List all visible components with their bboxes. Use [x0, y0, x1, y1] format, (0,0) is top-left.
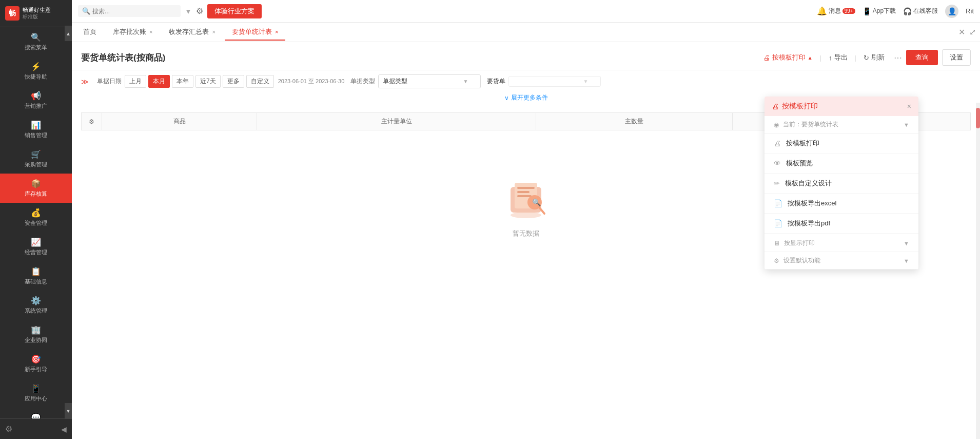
- dropdown-item-excel-icon: 📄: [774, 199, 782, 207]
- expand-more-btn[interactable]: ∨ 展开更多条件: [504, 93, 548, 102]
- refresh-btn[interactable]: ↻ 刷新: [859, 51, 889, 64]
- tab-inventory-batch[interactable]: 库存批次账 ×: [106, 24, 160, 41]
- tab-inventory-batch-label: 库存批次账: [113, 27, 146, 36]
- right-scrollbar[interactable]: [976, 103, 980, 439]
- tab-home[interactable]: 首页: [76, 24, 104, 41]
- tab-receivable-summary[interactable]: 收发存汇总表 ×: [162, 24, 222, 41]
- app-name: 畅通好生意: [23, 6, 51, 13]
- empty-illustration: 🔍: [500, 171, 552, 223]
- date-btn-this-month[interactable]: 本月: [148, 75, 170, 88]
- sidebar-item-wechat[interactable]: 💬 企业微信: [0, 408, 72, 418]
- dropdown-item-template-custom-label: 模板自定义设计: [785, 179, 832, 188]
- sidebar-item-operation[interactable]: 📈 经营管理: [0, 232, 72, 261]
- sidebar-item-quick-nav[interactable]: ⚡ 快捷导航: [0, 56, 72, 86]
- type-select[interactable]: 单据类型 ▼: [378, 74, 481, 88]
- more-actions-icon[interactable]: ⋯: [894, 53, 902, 63]
- dropdown-title-text: 按模板打印: [782, 102, 818, 111]
- dropdown-header: 🖨 按模板打印 ×: [765, 97, 918, 116]
- trial-btn[interactable]: 体验行业方案: [207, 4, 262, 18]
- topbar-dropdown-icon[interactable]: ▼: [185, 7, 192, 15]
- dropdown-default-func-arrow: ▼: [904, 258, 909, 264]
- user-avatar[interactable]: 👤: [945, 5, 958, 18]
- dropdown-current-arrow: ▼: [904, 122, 909, 128]
- topbar-search-box[interactable]: 🔍: [78, 5, 181, 17]
- newbie-icon: 🎯: [31, 354, 41, 364]
- table-th-product: 商品: [102, 113, 257, 130]
- table-th-settings[interactable]: ⚙: [82, 113, 102, 130]
- date-btn-prev-month[interactable]: 上月: [125, 75, 146, 88]
- status-filter-label: 要货单: [487, 77, 505, 86]
- query-btn[interactable]: 查询: [906, 50, 938, 65]
- notification-item[interactable]: 🔔 消息 99+: [817, 6, 855, 16]
- scrollbar-thumb[interactable]: [976, 108, 980, 128]
- sidebar-label-inventory: 库存核算: [25, 190, 47, 198]
- sidebar-label-system: 系统管理: [25, 307, 47, 315]
- sidebar: 畅 畅通好生意 标准版 ▲ 🔍 搜索菜单 ⚡ 快捷导航 📢 营销推广 📊 销售管…: [0, 0, 72, 439]
- online-service-item[interactable]: 🎧 在线客服: [903, 7, 938, 15]
- filter-expand-btn[interactable]: ≫: [81, 78, 89, 86]
- date-range-display: 2023-06-01 至 2023-06-30: [278, 78, 345, 85]
- tab-order-summary[interactable]: 要货单统计表 ×: [225, 24, 285, 41]
- tab-order-summary-close[interactable]: ×: [275, 29, 278, 35]
- sidebar-item-basic[interactable]: 📋 基础信息: [0, 261, 72, 291]
- dropdown-item-template-print-label: 按模板打印: [786, 139, 819, 148]
- dropdown-item-template-custom[interactable]: ✏ 模板自定义设计: [765, 174, 918, 194]
- sidebar-item-search[interactable]: 🔍 搜索菜单: [0, 27, 72, 56]
- settings-gear-icon[interactable]: ⚙: [5, 424, 12, 434]
- dropdown-display-icon: 🖥: [774, 240, 780, 247]
- notification-badge: 99+: [842, 8, 855, 14]
- sidebar-label-quick-nav: 快捷导航: [25, 73, 47, 81]
- dropdown-close-btn[interactable]: ×: [907, 102, 911, 110]
- dropdown-item-export-excel[interactable]: 📄 按模板导出excel: [765, 194, 918, 214]
- topbar-settings-icon[interactable]: ⚙: [196, 6, 203, 16]
- search-menu-icon: 🔍: [31, 32, 41, 42]
- dropdown-item-export-pdf[interactable]: 📄 按模板导出pdf: [765, 214, 918, 234]
- sidebar-label-basic: 基础信息: [25, 278, 47, 285]
- tab-expand-icon[interactable]: ⤢: [969, 27, 976, 37]
- dropdown-item-template-print[interactable]: 🖨 按模板打印: [765, 133, 918, 154]
- topbar-search-input[interactable]: [92, 8, 154, 15]
- dropdown-item-template-preview[interactable]: 👁 模板预览: [765, 154, 918, 174]
- notification-bell-icon: 🔔: [817, 6, 827, 16]
- status-select[interactable]: ▼: [508, 76, 601, 87]
- table-settings-icon[interactable]: ⚙: [89, 118, 94, 125]
- sidebar-collapse-icon[interactable]: ◀: [61, 425, 67, 433]
- system-icon: ⚙️: [31, 296, 41, 306]
- dropdown-current-icon: ◉: [774, 121, 779, 128]
- refresh-icon: ↻: [864, 54, 869, 62]
- date-btn-custom[interactable]: 自定义: [246, 75, 274, 88]
- date-btn-this-year[interactable]: 本年: [172, 75, 193, 88]
- finance-icon: 💰: [31, 208, 41, 218]
- dropdown-default-func-label: 设置默认功能: [783, 256, 820, 265]
- app-download-item[interactable]: 📱 App下载: [863, 7, 896, 15]
- tab-receivable-summary-close[interactable]: ×: [212, 29, 215, 35]
- sidebar-item-corp[interactable]: 🏢 企业协同: [0, 320, 72, 349]
- content-area: 要货单统计表(按商品) 🖨 按模板打印 ▲ | ↑ 导出 | ↻: [72, 42, 980, 439]
- app-logo-icon: 畅: [5, 6, 19, 21]
- sidebar-label-marketing: 营销推广: [25, 102, 47, 110]
- settings-btn[interactable]: 设置: [942, 49, 971, 66]
- export-btn[interactable]: ↑ 导出: [825, 51, 852, 64]
- sidebar-item-inventory[interactable]: 📦 库存核算: [0, 174, 72, 203]
- sidebar-item-purchase[interactable]: 🛒 采购管理: [0, 144, 72, 174]
- inventory-icon: 📦: [31, 179, 41, 188]
- sidebar-item-marketing[interactable]: 📢 营销推广: [0, 86, 72, 115]
- sidebar-scroll-down[interactable]: ▼: [65, 403, 72, 418]
- user-name: Rit: [966, 7, 974, 15]
- sidebar-item-system[interactable]: ⚙️ 系统管理: [0, 291, 72, 320]
- date-btn-more[interactable]: 更多: [223, 75, 244, 88]
- sidebar-scroll-up[interactable]: ▲: [65, 26, 72, 41]
- print-dropdown-arrow: ▲: [808, 55, 813, 61]
- sidebar-item-sales[interactable]: 📊 销售管理: [0, 115, 72, 144]
- tab-close-all-icon[interactable]: ✕: [958, 27, 965, 37]
- tab-inventory-batch-close[interactable]: ×: [149, 29, 152, 35]
- print-btn[interactable]: 🖨 按模板打印 ▲: [759, 51, 817, 64]
- sidebar-item-finance[interactable]: 💰 资金管理: [0, 203, 72, 232]
- page-title: 要货单统计表(按商品): [81, 52, 165, 64]
- date-btn-7days[interactable]: 近7天: [195, 75, 221, 88]
- svg-rect-4: [517, 191, 530, 193]
- sidebar-item-newbie[interactable]: 🎯 新手引导: [0, 349, 72, 378]
- sidebar-item-appstore[interactable]: 📱 应用中心: [0, 378, 72, 408]
- basic-icon: 📋: [31, 266, 41, 276]
- date-filter-label: 单据日期: [97, 77, 122, 86]
